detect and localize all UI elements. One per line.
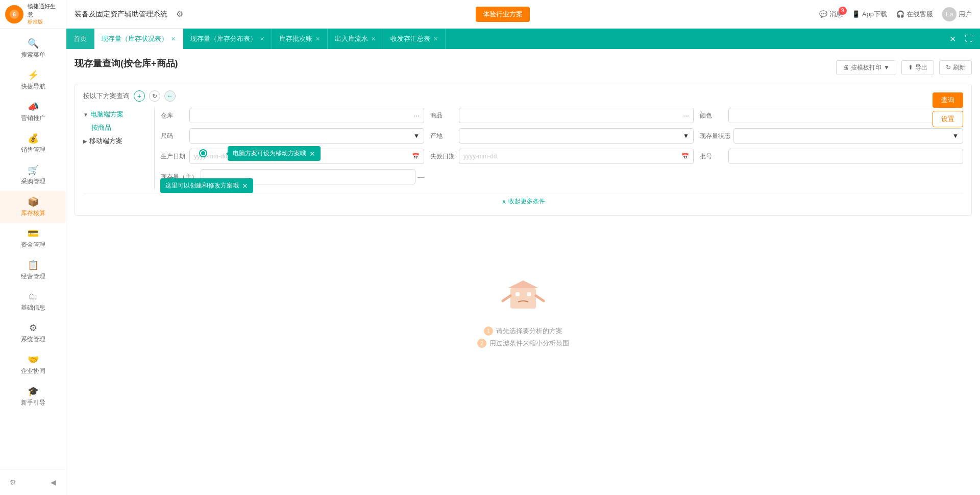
field-dots-icon: ··· [413, 111, 420, 120]
sidebar-item-label: 经营管理 [21, 272, 45, 281]
collapse-bar[interactable]: ∧ 收起更多条件 [83, 194, 963, 209]
tab-inout-flow-label: 出入库流水 [335, 34, 368, 43]
batch-field: 批号 [700, 149, 963, 164]
svg-rect-2 [510, 288, 536, 309]
online-support-btn[interactable]: 🎧 在线客服 [896, 10, 933, 19]
industry-btn[interactable]: 体验行业方案 [476, 7, 530, 22]
dot-connector [200, 150, 206, 156]
print-template-btn[interactable]: 🖨 按模板打印 ▼ [836, 60, 896, 75]
calendar-icon: 📅 [412, 153, 420, 160]
filter-back-btn[interactable]: ← [164, 90, 176, 102]
sidebar-item-basic[interactable]: 🗂 基础信息 [0, 286, 66, 317]
empty-step1-text: 请先选择要分析的方案 [496, 326, 562, 336]
tab-inout-flow[interactable]: 出入库流水 ✕ [328, 29, 383, 49]
sidebar-item-sales[interactable]: 💰 销售管理 [0, 128, 66, 159]
stock-status-select[interactable]: ▼ [733, 128, 963, 144]
message-btn[interactable]: 💬 消息 9 [819, 10, 843, 19]
goods-label: 商品 [430, 111, 456, 120]
expiry-date-input[interactable]: yyyy-mm-dd 📅 [459, 149, 694, 164]
expiry-date-label: 失效日期 [430, 152, 456, 161]
tooltip-bubble-2-text: 这里可以创建和修改方案哦 [165, 181, 239, 190]
tab-inventory-dist-close[interactable]: ✕ [260, 36, 264, 42]
tab-batch-account[interactable]: 库存批次账 ✕ [272, 29, 328, 49]
goods-select[interactable]: ··· [459, 108, 694, 123]
graduation-icon: 🎓 [28, 386, 39, 397]
reset-btn[interactable]: 设置 [933, 111, 963, 127]
sidebar-item-operation[interactable]: 📋 经营管理 [0, 254, 66, 286]
topbar-settings-btn[interactable]: ⚙ [173, 7, 187, 21]
sidebar-item-inventory[interactable]: 📦 库存核算 [0, 191, 66, 223]
logo-text-block: 畅捷通好生意 标准版 [28, 3, 61, 26]
chevron-right-icon: ▶ [83, 138, 87, 144]
message-badge: 9 [839, 7, 847, 15]
sidebar-item-guide[interactable]: 🎓 新手引导 [0, 381, 66, 412]
scheme-item-mobile[interactable]: ▶ 移动端方案 [83, 134, 148, 148]
sidebar-item-finance[interactable]: 💳 资金管理 [0, 223, 66, 254]
scheme-item-pc-sub[interactable]: 按商品 [83, 121, 148, 134]
stock-status-label: 现存量状态 [700, 132, 730, 140]
search-btn[interactable]: 查询 [933, 92, 963, 108]
svg-text:6: 6 [13, 11, 16, 17]
origin-select[interactable]: ▼ [459, 128, 694, 144]
sidebar-item-marketing[interactable]: 📣 营销推广 [0, 96, 66, 128]
card-icon: 💳 [28, 228, 39, 239]
batch-input[interactable] [728, 149, 963, 164]
warehouse-label: 仓库 [161, 111, 186, 120]
empty-illustration [498, 275, 549, 316]
megaphone-icon: 📣 [28, 101, 39, 112]
sidebar-item-system[interactable]: ⚙ 系统管理 [0, 317, 66, 349]
tab-inout-flow-close[interactable]: ✕ [371, 36, 376, 42]
origin-label: 产地 [430, 132, 456, 140]
avatar-text: Ea [946, 11, 953, 18]
scheme-pc-label: 电脑端方案 [90, 110, 124, 119]
handshake-icon: 🤝 [28, 354, 39, 365]
size-select[interactable]: ▼ [189, 128, 424, 144]
collapse-sidebar-btn[interactable]: ◀ [45, 475, 61, 490]
batch-label: 批号 [700, 152, 725, 161]
tab-fullscreen-btn[interactable]: ⛶ [963, 33, 975, 45]
sidebar-item-search[interactable]: 🔍 搜索菜单 [0, 33, 66, 64]
refresh-btn[interactable]: ↻ 刷新 [939, 60, 972, 75]
tooltip-bubble-2-close[interactable]: ✕ [242, 182, 248, 190]
tooltip-bubble-1-close[interactable]: ✕ [309, 150, 315, 158]
online-support-label: 在线客服 [906, 10, 933, 19]
user-profile-btn[interactable]: Ea 用户 [942, 7, 972, 21]
tooltip-bubble-scheme: 电脑方案可设为移动方案哦 ✕ [228, 146, 321, 161]
filter-refresh-btn[interactable]: ↻ [149, 90, 160, 102]
production-date-label: 生产日期 [161, 152, 186, 161]
scheme-tree: ▼ 电脑端方案 按商品 ▶ 移动端方案 [83, 108, 155, 190]
filter-area-wrap: 按以下方案查询 + ↻ ← ▼ 电脑端方案 [75, 84, 972, 216]
filter-label: 按以下方案查询 [83, 91, 130, 101]
color-label: 颜色 [700, 111, 725, 120]
tab-inventory-dist[interactable]: 现存量（库存分布表） ✕ [183, 29, 272, 49]
warehouse-select[interactable]: ··· [189, 108, 424, 123]
tab-inventory-status-close[interactable]: ✕ [171, 36, 176, 42]
goods-dots-icon: ··· [683, 111, 689, 120]
tab-home[interactable]: 首页 [66, 29, 94, 49]
tab-receive-summary[interactable]: 收发存汇总表 ✕ [383, 29, 446, 49]
tabs-right: ✕ ⛶ [946, 33, 980, 45]
empty-step-2: 2 用过滤条件来缩小分析范围 [477, 339, 569, 348]
tab-receive-summary-label: 收发存汇总表 [390, 34, 430, 43]
scheme-item-pc[interactable]: ▼ 电脑端方案 [83, 108, 148, 121]
sidebar-item-label: 营销推广 [21, 114, 45, 123]
app-download-btn[interactable]: 📱 App下载 [852, 10, 887, 19]
sidebar-item-label: 库存核算 [21, 209, 45, 218]
tab-inventory-status[interactable]: 现存量（库存状况表） ✕ [94, 29, 183, 49]
tab-batch-account-close[interactable]: ✕ [315, 36, 320, 42]
color-select[interactable]: ▼ [728, 108, 963, 123]
sidebar-item-quick[interactable]: ⚡ 快捷导航 [0, 64, 66, 96]
main: 装备及固定资产辅助管理系统 ⚙ 体验行业方案 💬 消息 9 📱 App下载 🎧 … [66, 0, 980, 495]
logo-icon: 6 [5, 5, 23, 23]
sidebar-item-enterprise[interactable]: 🤝 企业协同 [0, 349, 66, 381]
empty-step-1: 1 请先选择要分析的方案 [484, 326, 562, 336]
sidebar-item-purchase[interactable]: 🛒 采购管理 [0, 159, 66, 191]
export-btn[interactable]: ⬆ 导出 [901, 60, 934, 75]
settings-bottom-btn[interactable]: ⚙ [5, 475, 20, 490]
filter-add-btn[interactable]: + [134, 90, 145, 102]
tab-receive-summary-close[interactable]: ✕ [433, 36, 438, 42]
svg-line-6 [503, 296, 510, 301]
topbar-left: 装备及固定资产辅助管理系统 ⚙ [75, 7, 187, 21]
export-icon: ⬆ [908, 64, 913, 71]
tab-close-all-btn[interactable]: ✕ [946, 33, 959, 45]
